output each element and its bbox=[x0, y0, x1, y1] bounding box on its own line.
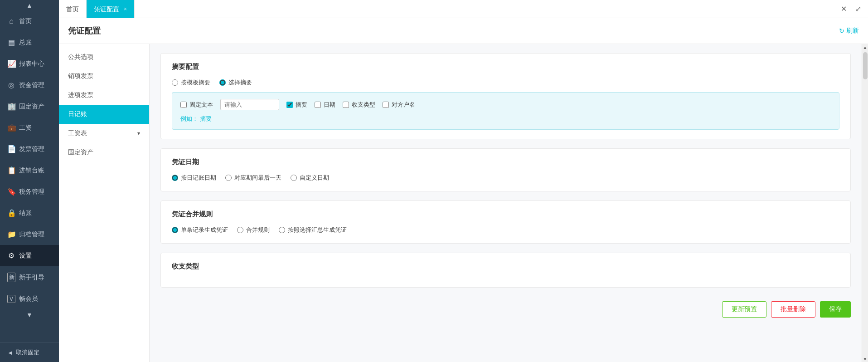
voucher-date-section: 凭证日期 按日记账日期 对应期间最后一天 bbox=[160, 148, 851, 191]
checkbox-date-input[interactable] bbox=[315, 102, 321, 108]
fixed-text-input[interactable] bbox=[220, 99, 279, 110]
checkbox-fixed-text[interactable]: 固定文本 bbox=[180, 101, 213, 109]
checkbox-counterpart-input[interactable] bbox=[383, 102, 389, 108]
summary-checkbox-row: 固定文本 摘要 日期 bbox=[180, 99, 831, 110]
sidebar-item-home[interactable]: ⌂ 首页 bbox=[0, 11, 59, 32]
sidebar-item-label: 工资 bbox=[19, 124, 32, 132]
sidebar-item-archive[interactable]: 📁 归档管理 bbox=[0, 224, 59, 245]
tax-icon: 🔖 bbox=[7, 187, 15, 196]
tab-home[interactable]: 首页 bbox=[59, 0, 87, 18]
sidebar-item-label: 总账 bbox=[19, 39, 32, 47]
voucher-date-radio-group: 按日记账日期 对应期间最后一天 自定义日期 bbox=[172, 174, 839, 182]
refresh-button[interactable]: ↻ 刷新 bbox=[839, 27, 859, 35]
summary-config-box: 固定文本 摘要 日期 bbox=[172, 92, 839, 130]
checkbox-date[interactable]: 日期 bbox=[315, 101, 335, 109]
sidebar-item-invoice-mgr[interactable]: 📄 发票管理 bbox=[0, 138, 59, 160]
sidebar-item-assets[interactable]: 🏢 固定资产 bbox=[0, 96, 59, 117]
sidebar-item-label: 资金管理 bbox=[19, 81, 44, 89]
voucher-date-radio-journal-input[interactable] bbox=[172, 175, 178, 181]
sidebar-item-label: 畅会员 bbox=[19, 295, 38, 303]
save-button[interactable]: 保存 bbox=[820, 301, 851, 318]
checkbox-summary-label: 摘要 bbox=[296, 101, 307, 109]
voucher-date-title: 凭证日期 bbox=[172, 158, 839, 166]
sidebar-item-finance[interactable]: ◎ 资金管理 bbox=[0, 74, 59, 96]
voucher-date-radio-custom[interactable]: 自定义日期 bbox=[291, 174, 329, 182]
bottom-actions: 更新预置 批量删除 保存 bbox=[160, 297, 851, 322]
inner-layout: 公共选项 销项发票 进项发票 日记账 工资表 ▾ bbox=[59, 44, 868, 362]
reports-icon: 📈 bbox=[7, 59, 15, 68]
merge-rule-radio-select-merge-input[interactable] bbox=[279, 227, 285, 233]
sidebar-item-reports[interactable]: 📈 报表中心 bbox=[0, 53, 59, 74]
sidebar-item-label: 设置 bbox=[19, 252, 32, 260]
sidebar-scroll-up[interactable]: ▲ bbox=[0, 0, 59, 11]
merge-rule-radio-merge-label: 合并规则 bbox=[246, 226, 270, 234]
tab-minimize-button[interactable]: ✕ bbox=[838, 4, 849, 15]
merge-rule-radio-select-merge-label: 按照选择汇总生成凭证 bbox=[288, 226, 347, 234]
left-nav-item-payroll[interactable]: 工资表 ▾ bbox=[59, 124, 149, 143]
page-header: 凭证配置 ↻ 刷新 bbox=[59, 18, 868, 44]
voucher-date-radio-last-day-input[interactable] bbox=[225, 175, 232, 181]
merge-rule-radio-single-input[interactable] bbox=[172, 227, 178, 233]
merge-rule-radio-merge[interactable]: 合并规则 bbox=[237, 226, 270, 234]
left-nav-label: 工资表 bbox=[68, 129, 87, 137]
sidebar-scroll-down[interactable]: ▼ bbox=[0, 309, 59, 320]
income-type-title: 收支类型 bbox=[172, 262, 839, 271]
settings-icon: ⚙ bbox=[7, 251, 15, 260]
checkbox-fixed-text-input[interactable] bbox=[180, 102, 187, 108]
left-nav-item-purchase-invoice[interactable]: 进项发票 bbox=[59, 86, 149, 105]
tab-voucher-config[interactable]: 凭证配置 × bbox=[87, 0, 135, 18]
voucher-date-radio-journal[interactable]: 按日记账日期 bbox=[172, 174, 216, 182]
left-nav-item-sales-invoice[interactable]: 销项发票 bbox=[59, 67, 149, 86]
content-area: 凭证配置 ↻ 刷新 公共选项 销项发票 进项发票 bbox=[59, 18, 868, 362]
summary-radio-template-input[interactable] bbox=[172, 79, 178, 86]
left-nav-item-fixed-assets[interactable]: 固定资产 bbox=[59, 143, 149, 162]
left-nav-item-journal[interactable]: 日记账 bbox=[59, 105, 149, 124]
sidebar-cancel-pin[interactable]: ◄ 取消固定 bbox=[0, 342, 59, 362]
checkbox-summary[interactable]: 摘要 bbox=[286, 101, 307, 109]
update-preview-button[interactable]: 更新预置 bbox=[722, 301, 766, 318]
sidebar-item-settings[interactable]: ⚙ 设置 bbox=[0, 245, 59, 266]
summary-radio-select-input[interactable] bbox=[219, 79, 226, 86]
refresh-icon: ↻ bbox=[839, 27, 844, 34]
checkbox-date-label: 日期 bbox=[324, 101, 335, 109]
checkbox-fixed-text-label: 固定文本 bbox=[189, 101, 213, 109]
tab-close-icon[interactable]: × bbox=[124, 0, 127, 18]
sidebar-item-tax[interactable]: 🔖 税务管理 bbox=[0, 181, 59, 202]
left-nav-item-public[interactable]: 公共选项 bbox=[59, 48, 149, 67]
tab-maximize-button[interactable]: ⤢ bbox=[853, 4, 863, 15]
checkbox-counterpart[interactable]: 对方户名 bbox=[383, 101, 415, 109]
checkbox-income-type[interactable]: 收支类型 bbox=[343, 101, 375, 109]
merge-rule-radio-single-label: 单条记录生成凭证 bbox=[181, 226, 228, 234]
voucher-date-radio-last-day[interactable]: 对应期间最后一天 bbox=[225, 174, 281, 182]
sidebar-item-ledger[interactable]: ▤ 总账 bbox=[0, 32, 59, 53]
voucher-date-radio-journal-label: 按日记账日期 bbox=[181, 174, 216, 182]
sidebar-item-closing[interactable]: 🔒 结账 bbox=[0, 202, 59, 224]
checkbox-summary-input[interactable] bbox=[286, 102, 293, 108]
scrollbar-thumb[interactable] bbox=[863, 52, 868, 79]
voucher-date-radio-custom-label: 自定义日期 bbox=[300, 174, 329, 182]
voucher-date-radio-custom-input[interactable] bbox=[291, 175, 297, 181]
sidebar-item-salary[interactable]: 💼 工资 bbox=[0, 117, 59, 138]
checkbox-income-type-input[interactable] bbox=[343, 102, 349, 108]
page-title: 凭证配置 bbox=[68, 25, 101, 36]
sidebar-item-guide[interactable]: 新 新手引导 bbox=[0, 266, 59, 289]
sidebar-item-vip[interactable]: V 畅会员 bbox=[0, 289, 59, 309]
vip-icon: V bbox=[7, 295, 15, 303]
merge-rule-radio-select-merge[interactable]: 按照选择汇总生成凭证 bbox=[279, 226, 347, 234]
tab-controls: ✕ ⤢ bbox=[838, 4, 868, 15]
summary-radio-select[interactable]: 选择摘要 bbox=[219, 78, 252, 87]
scrollbar-up-arrow[interactable]: ▲ bbox=[862, 44, 868, 50]
sidebar-item-sales-ledger[interactable]: 📋 进销台账 bbox=[0, 160, 59, 181]
summary-radio-template[interactable]: 按模板摘要 bbox=[172, 78, 210, 87]
right-content: 摘要配置 按模板摘要 选择摘要 bbox=[150, 44, 862, 362]
merge-rule-radio-single[interactable]: 单条记录生成凭证 bbox=[172, 226, 228, 234]
outer-scrollbar: ▲ ▼ bbox=[862, 44, 868, 362]
summary-config-section: 摘要配置 按模板摘要 选择摘要 bbox=[160, 53, 851, 139]
main-area: 首页 凭证配置 × ✕ ⤢ 凭证配置 ↻ 刷新 bbox=[59, 0, 868, 362]
scrollbar-down-arrow[interactable]: ▼ bbox=[862, 356, 868, 362]
batch-delete-button[interactable]: 批量删除 bbox=[771, 301, 815, 318]
guide-icon: 新 bbox=[7, 273, 15, 282]
tab-voucher-label: 凭证配置 bbox=[94, 0, 119, 18]
left-nav-label: 进项发票 bbox=[68, 91, 93, 99]
merge-rule-radio-merge-input[interactable] bbox=[237, 227, 243, 233]
